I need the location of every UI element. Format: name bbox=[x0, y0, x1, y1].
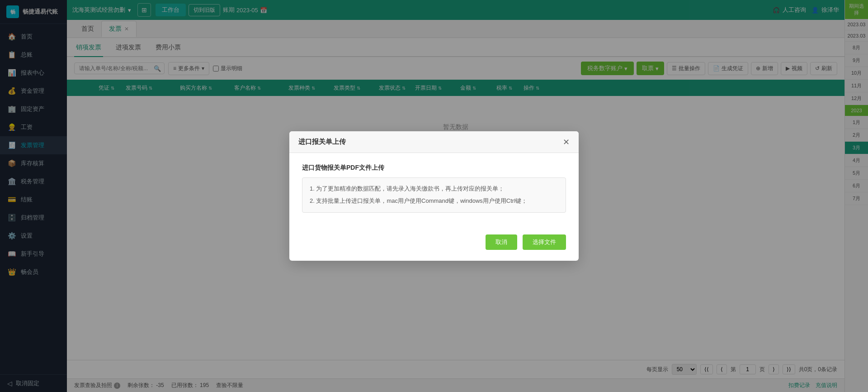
modal-title: 进口报关单上传 bbox=[298, 138, 346, 146]
modal-body: 进口货物报关单PDF文件上传 1. 为了更加精准的数据匹配，请先录入海关缴款书，… bbox=[289, 153, 579, 234]
upload-info-item: 2. 支持批量上传进口报关单，mac用户使用Command键，windows用户… bbox=[310, 196, 558, 206]
import-modal: 进口报关单上传 ✕ 进口货物报关单PDF文件上传 1. 为了更加精准的数据匹配，… bbox=[289, 131, 579, 261]
modal-cancel-btn[interactable]: 取消 bbox=[486, 234, 517, 250]
upload-info-box: 1. 为了更加精准的数据匹配，请先录入海关缴款书，再上传对应的报关单；2. 支持… bbox=[302, 177, 566, 213]
upload-title: 进口货物报关单PDF文件上传 bbox=[302, 164, 566, 172]
modal-close-btn[interactable]: ✕ bbox=[563, 138, 570, 146]
modal-header: 进口报关单上传 ✕ bbox=[289, 131, 579, 153]
modal-overlay: 进口报关单上传 ✕ 进口货物报关单PDF文件上传 1. 为了更加精准的数据匹配，… bbox=[0, 0, 868, 392]
modal-footer: 取消 选择文件 bbox=[289, 234, 579, 261]
upload-info-item: 1. 为了更加精准的数据匹配，请先录入海关缴款书，再上传对应的报关单； bbox=[310, 184, 558, 194]
modal-select-file-btn[interactable]: 选择文件 bbox=[523, 234, 566, 250]
